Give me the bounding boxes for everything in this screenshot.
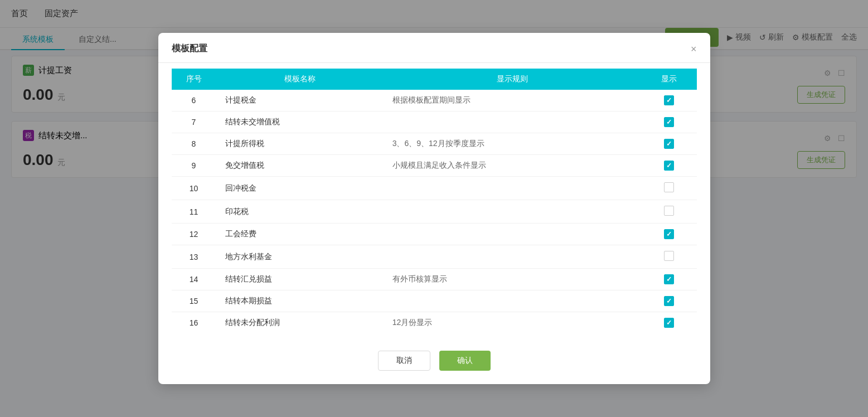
row-checkbox-cell (641, 269, 697, 290)
row-checkbox[interactable] (664, 206, 674, 216)
row-index: 9 (172, 155, 216, 177)
row-checkbox-cell (641, 155, 697, 177)
row-name: 结转汇兑损益 (216, 269, 384, 290)
row-rule (384, 200, 641, 224)
row-checkbox-cell (641, 177, 697, 200)
row-rule: 小规模且满足收入条件显示 (384, 155, 641, 177)
row-checkbox[interactable] (664, 117, 674, 127)
row-rule (384, 111, 641, 133)
table-row: 11印花税 (172, 200, 697, 224)
row-name: 工会经费 (216, 224, 384, 245)
row-index: 6 (172, 90, 216, 111)
row-name: 结转未分配利润 (216, 312, 384, 331)
row-index: 15 (172, 290, 216, 312)
row-rule (384, 177, 641, 200)
row-checkbox-cell (641, 90, 697, 111)
col-header-index: 序号 (172, 69, 216, 90)
row-checkbox[interactable] (664, 274, 674, 284)
row-name: 回冲税金 (216, 177, 384, 200)
row-checkbox[interactable] (664, 161, 674, 171)
cancel-button[interactable]: 取消 (378, 351, 430, 371)
table-row: 10回冲税金 (172, 177, 697, 200)
row-checkbox-cell (641, 312, 697, 331)
row-name: 结转未交增值税 (216, 111, 384, 133)
row-checkbox-cell (641, 245, 697, 269)
table-row: 14结转汇兑损益有外币核算显示 (172, 269, 697, 290)
table-row: 16结转未分配利润12月份显示 (172, 312, 697, 331)
row-name: 计提所得税 (216, 133, 384, 155)
row-rule: 有外币核算显示 (384, 269, 641, 290)
row-checkbox-cell (641, 133, 697, 155)
row-index: 12 (172, 224, 216, 245)
table-header: 序号 模板名称 显示规则 显示 (172, 69, 697, 90)
modal-footer: 取消 确认 (158, 342, 710, 384)
table-row: 13地方水利基金 (172, 245, 697, 269)
row-rule: 3、6、9、12月按季度显示 (384, 133, 641, 155)
row-checkbox-cell (641, 200, 697, 224)
table-scroll-area[interactable]: 序号 模板名称 显示规则 显示 6计提税金根据模板配置期间显示7结转未交增值税8… (172, 63, 697, 331)
row-index: 16 (172, 312, 216, 331)
row-checkbox[interactable] (664, 251, 674, 261)
table-row: 6计提税金根据模板配置期间显示 (172, 90, 697, 111)
table-row: 12工会经费 (172, 224, 697, 245)
row-index: 13 (172, 245, 216, 269)
row-name: 印花税 (216, 200, 384, 224)
row-name: 计提税金 (216, 90, 384, 111)
row-index: 10 (172, 177, 216, 200)
row-index: 14 (172, 269, 216, 290)
row-checkbox[interactable] (664, 296, 674, 306)
modal-overlay: 模板配置 × 序号 模板名称 显示规则 显示 6计提税金根据模板配置期间显示7结… (0, 0, 868, 417)
row-rule (384, 290, 641, 312)
col-header-rule: 显示规则 (384, 69, 641, 90)
modal-title: 模板配置 (172, 43, 207, 55)
modal-template-config: 模板配置 × 序号 模板名称 显示规则 显示 6计提税金根据模板配置期间显示7结… (158, 33, 710, 384)
row-rule (384, 224, 641, 245)
modal-close-button[interactable]: × (691, 44, 697, 54)
row-name: 地方水利基金 (216, 245, 384, 269)
table-body: 6计提税金根据模板配置期间显示7结转未交增值税8计提所得税3、6、9、12月按季… (172, 90, 697, 331)
row-rule: 根据模板配置期间显示 (384, 90, 641, 111)
row-checkbox-cell (641, 224, 697, 245)
row-checkbox[interactable] (664, 182, 674, 192)
row-index: 8 (172, 133, 216, 155)
row-index: 11 (172, 200, 216, 224)
row-checkbox-cell (641, 111, 697, 133)
row-checkbox-cell (641, 290, 697, 312)
confirm-button[interactable]: 确认 (439, 351, 491, 371)
col-header-display: 显示 (641, 69, 697, 90)
row-name: 结转本期损益 (216, 290, 384, 312)
table-row: 15结转本期损益 (172, 290, 697, 312)
col-header-name: 模板名称 (216, 69, 384, 90)
row-checkbox[interactable] (664, 95, 674, 105)
table-row: 8计提所得税3、6、9、12月按季度显示 (172, 133, 697, 155)
row-checkbox[interactable] (664, 139, 674, 149)
table-row: 7结转未交增值税 (172, 111, 697, 133)
row-rule: 12月份显示 (384, 312, 641, 331)
row-rule (384, 245, 641, 269)
row-checkbox[interactable] (664, 229, 674, 239)
modal-header: 模板配置 × (158, 33, 710, 63)
row-checkbox[interactable] (664, 318, 674, 328)
row-name: 免交增值税 (216, 155, 384, 177)
row-index: 7 (172, 111, 216, 133)
config-table: 序号 模板名称 显示规则 显示 6计提税金根据模板配置期间显示7结转未交增值税8… (172, 69, 697, 331)
table-row: 9免交增值税小规模且满足收入条件显示 (172, 155, 697, 177)
modal-body: 序号 模板名称 显示规则 显示 6计提税金根据模板配置期间显示7结转未交增值税8… (158, 63, 710, 342)
